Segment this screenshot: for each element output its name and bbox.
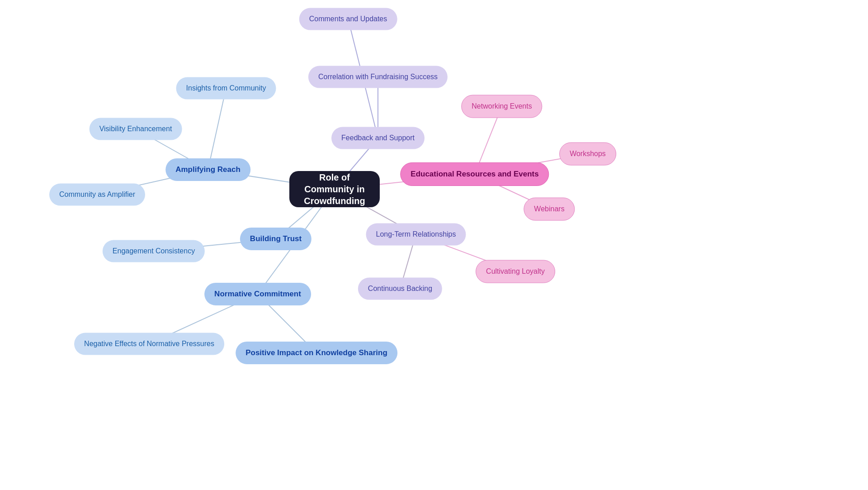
node-feedback: Feedback and Support (331, 127, 425, 149)
node-negative: Negative Effects of Normative Pressures (74, 333, 224, 355)
mindmap-container: Role of Community in CrowdfundingComment… (0, 0, 868, 490)
node-center: Role of Community in Crowdfunding (289, 171, 380, 207)
node-amplifying: Amplifying Reach (165, 158, 250, 181)
node-insights: Insights from Community (176, 77, 276, 100)
node-building_trust: Building Trust (240, 228, 311, 250)
node-webinars: Webinars (524, 198, 575, 221)
node-correlation: Correlation with Fundraising Success (308, 66, 448, 88)
node-educational: Educational Resources and Events (400, 162, 549, 186)
node-long_term: Long-Term Relationships (366, 224, 466, 246)
node-visibility: Visibility Enhancement (90, 118, 182, 140)
node-positive_impact: Positive Impact on Knowledge Sharing (236, 342, 397, 364)
node-community_amp: Community as Amplifier (49, 184, 145, 206)
node-engagement: Engagement Consistency (103, 240, 205, 262)
svg-line-4 (208, 88, 226, 170)
node-continuous: Continuous Backing (358, 278, 442, 300)
node-normative: Normative Commitment (204, 283, 311, 305)
node-workshops: Workshops (559, 143, 616, 166)
node-comments: Comments and Updates (299, 8, 397, 30)
node-cultivating: Cultivating Loyalty (476, 260, 555, 283)
node-networking: Networking Events (461, 95, 542, 118)
